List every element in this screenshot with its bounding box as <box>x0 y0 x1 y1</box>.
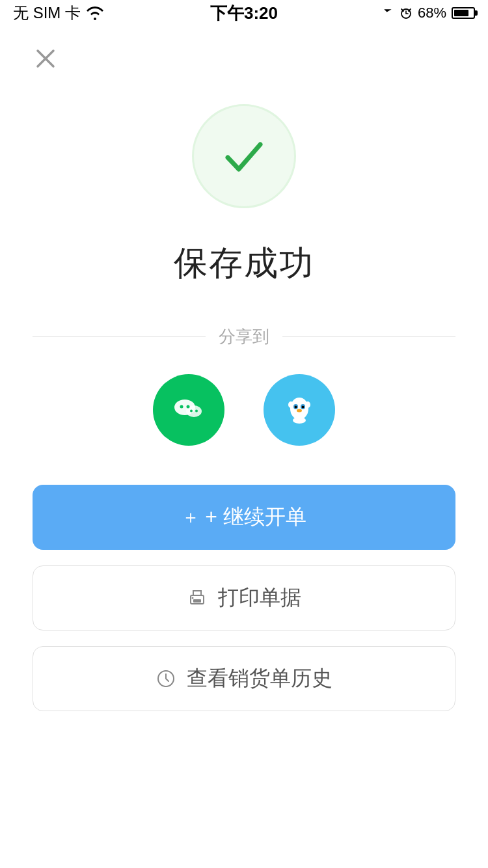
no-sim-text: 无 SIM 卡 <box>13 3 81 23</box>
divider-left <box>33 336 206 337</box>
status-left: 无 SIM 卡 <box>13 3 104 23</box>
main-content: 保存成功 分享到 <box>0 26 488 868</box>
status-bar: 无 SIM 卡 下午3:20 68% <box>0 0 488 26</box>
print-icon <box>187 588 208 608</box>
close-button[interactable] <box>26 39 65 78</box>
success-title: 保存成功 <box>174 241 314 286</box>
history-button[interactable]: 查看销货单历史 <box>33 646 455 711</box>
svg-point-4 <box>187 405 190 409</box>
battery-icon <box>452 7 475 19</box>
status-right: 68% <box>381 5 475 21</box>
share-section: 分享到 <box>33 325 455 446</box>
print-button[interactable]: 打印单据 <box>33 565 455 631</box>
svg-point-14 <box>288 401 293 408</box>
share-icons <box>33 374 455 446</box>
qq-icon <box>278 389 320 431</box>
svg-point-8 <box>293 417 306 424</box>
continue-label: + 继续开单 <box>205 503 306 532</box>
svg-rect-17 <box>193 599 201 603</box>
divider-right <box>282 336 455 337</box>
svg-point-13 <box>297 409 302 413</box>
history-label: 查看销货单历史 <box>187 664 332 693</box>
svg-point-6 <box>195 410 198 413</box>
alarm-icon <box>400 7 413 20</box>
svg-point-18 <box>192 597 194 599</box>
wechat-icon <box>168 389 210 431</box>
checkmark-icon <box>218 130 270 182</box>
continue-button[interactable]: ＋ + 继续开单 <box>33 485 455 550</box>
wechat-share-button[interactable] <box>153 374 224 446</box>
wifi-icon <box>86 6 104 20</box>
svg-point-7 <box>290 398 308 420</box>
history-icon <box>156 668 176 689</box>
svg-point-11 <box>295 406 297 409</box>
svg-point-12 <box>302 406 305 409</box>
svg-point-5 <box>190 410 193 413</box>
print-label: 打印单据 <box>218 584 301 612</box>
continue-plus-icon: ＋ <box>182 505 200 530</box>
share-divider: 分享到 <box>33 325 455 348</box>
svg-point-3 <box>180 405 183 409</box>
qq-share-button[interactable] <box>264 374 335 446</box>
share-label: 分享到 <box>219 325 269 348</box>
status-time: 下午3:20 <box>210 2 278 25</box>
battery-percent: 68% <box>418 5 446 21</box>
actions: ＋ + 继续开单 打印单据 查看销货单历史 <box>33 485 455 711</box>
success-circle <box>192 104 296 208</box>
location-icon <box>381 7 394 20</box>
svg-point-15 <box>305 401 310 408</box>
